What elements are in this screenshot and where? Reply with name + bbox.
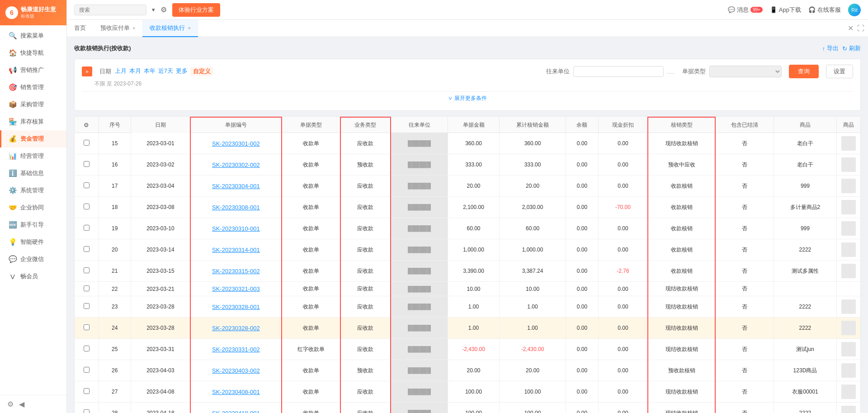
cell-discount: 0.00 [598, 133, 648, 154]
row-checkbox[interactable] [84, 225, 90, 231]
query-button[interactable]: 查询 [789, 65, 819, 78]
logo-subtitle: 标推版 [21, 13, 56, 19]
row-checkbox[interactable] [84, 409, 90, 413]
message-item[interactable]: 💬 消息 99+ [728, 6, 763, 14]
bill-no-link[interactable]: SK-20230310-001 [212, 225, 260, 232]
cell-checkbox[interactable] [75, 154, 99, 176]
fullscreen-icon[interactable]: ⛶ [857, 24, 864, 33]
row-checkbox[interactable] [84, 161, 90, 167]
filter-date-link-更多[interactable]: 更多 [176, 67, 188, 76]
bill-no-link[interactable]: SK-20230408-001 [212, 389, 260, 395]
bill-no-link[interactable]: SK-20230328-001 [212, 304, 260, 310]
cell-included: 否 [715, 403, 774, 413]
tab-receipts[interactable]: 收款核销执行× [142, 20, 198, 37]
row-checkbox[interactable] [84, 324, 90, 330]
bill-no-link[interactable]: SK-20230302-002 [212, 161, 260, 168]
sidebar-item-quicknav[interactable]: 🏠 快捷导航 [0, 44, 66, 62]
bill-no-link[interactable]: SK-20230304-001 [212, 183, 260, 190]
export-button[interactable]: ↑ 导出 [822, 44, 839, 52]
solution-button[interactable]: 体验行业方案 [172, 3, 220, 17]
cell-checkbox[interactable] [75, 239, 99, 261]
bill-no-link[interactable]: SK-20230308-001 [212, 204, 260, 211]
cell-checkbox[interactable] [75, 218, 99, 239]
app-download-item[interactable]: 📱 App下载 [770, 6, 801, 14]
service-item[interactable]: 🎧 在线客服 [808, 6, 841, 14]
cell-checkbox[interactable] [75, 381, 99, 403]
row-checkbox[interactable] [84, 140, 90, 146]
row-checkbox[interactable] [84, 246, 90, 252]
bill-no-link[interactable]: SK-20230418-001 [212, 410, 260, 413]
filter-date-link-近7天[interactable]: 近7天 [158, 67, 173, 76]
cell-checkbox[interactable] [75, 403, 99, 413]
cell-checkbox[interactable] [75, 318, 99, 339]
cell-included: 否 [715, 296, 774, 318]
filter-date-link-本月[interactable]: 本月 [129, 67, 141, 76]
sidebar-item-marketing[interactable]: 📢 营销推广 [0, 62, 66, 79]
sidebar-item-system[interactable]: ⚙️ 系统管理 [0, 182, 66, 199]
filter-expand-btn[interactable]: » [82, 66, 92, 76]
filter-date-link-自定义[interactable]: 自定义 [190, 67, 213, 76]
sidebar-item-purchase[interactable]: 📦 采购管理 [0, 96, 66, 113]
table-row: 28 2023-04-18 SK-20230418-001 收款单 应收款 ██… [75, 403, 860, 413]
bill-no-link[interactable]: SK-20230321-003 [212, 285, 260, 292]
tab-home[interactable]: 首页 [67, 20, 93, 37]
refresh-button[interactable]: ↻ 刷新 [842, 44, 861, 52]
user-avatar[interactable]: Rit [848, 4, 861, 16]
row-checkbox[interactable] [84, 367, 90, 373]
cell-balance: 0.00 [566, 381, 598, 403]
topbar-search-input[interactable] [74, 5, 146, 15]
cell-checkbox[interactable] [75, 176, 99, 197]
cell-included: 否 [715, 261, 774, 282]
sidebar-item-wechat[interactable]: 💬 企业微信 [0, 251, 66, 268]
row-checkbox[interactable] [84, 388, 90, 394]
filter-date-link-上月[interactable]: 上月 [115, 67, 127, 76]
tab-advance[interactable]: 预收应付单× [93, 20, 142, 37]
filter-date-link-本年[interactable]: 本年 [144, 67, 156, 76]
row-checkbox[interactable] [84, 182, 90, 188]
table-gear-icon[interactable]: ⚙ [84, 122, 89, 128]
setting-button[interactable]: 设置 [826, 65, 853, 78]
row-checkbox[interactable] [84, 267, 90, 273]
sidebar-item-operation[interactable]: 📊 经营管理 [0, 147, 66, 165]
row-checkbox[interactable] [84, 346, 90, 351]
row-checkbox[interactable] [84, 285, 90, 291]
bill-no-link[interactable]: SK-20230403-002 [212, 367, 260, 374]
cell-checkbox[interactable] [75, 261, 99, 282]
sidebar-item-inventory[interactable]: 🏪 库存核算 [0, 113, 66, 130]
tab-close-advance[interactable]: × [132, 25, 135, 31]
bill-no-link[interactable]: SK-20230328-002 [212, 325, 260, 332]
cell-checkbox[interactable] [75, 197, 99, 218]
topbar-dropdown-arrow[interactable]: ▾ [152, 6, 155, 13]
filter-partner-input[interactable] [573, 66, 664, 77]
row-checkbox[interactable] [84, 204, 90, 209]
cell-checkbox[interactable] [75, 360, 99, 381]
filter-billtype-select[interactable] [709, 66, 782, 77]
cell-included: 否 [715, 239, 774, 261]
sidebar-item-enterprise[interactable]: 🤝 企业协同 [0, 199, 66, 216]
table-body: 15 2023-03-01 SK-20230301-002 收款单 应收款 ██… [75, 133, 860, 413]
sidebar-item-guide[interactable]: 🆕 新手引导 [0, 216, 66, 233]
sidebar-item-sales[interactable]: 🎯 销售管理 [0, 79, 66, 96]
bill-no-link[interactable]: SK-20230301-002 [212, 140, 260, 147]
sidebar-item-hardware[interactable]: 💡 智能硬件 [0, 233, 66, 251]
topbar-gear-icon[interactable]: ⚙ [160, 5, 167, 14]
cell-checkbox[interactable] [75, 133, 99, 154]
close-tab-icon[interactable]: ✕ [848, 24, 854, 33]
cell-checkbox[interactable] [75, 339, 99, 360]
bill-no-link[interactable]: SK-20230331-002 [212, 346, 260, 353]
cell-amount: 100.00 [448, 381, 500, 403]
bill-no-link[interactable]: SK-20230314-001 [212, 247, 260, 253]
settings-icon[interactable]: ⚙ [7, 400, 14, 408]
cell-checkbox[interactable] [75, 282, 99, 296]
row-checkbox[interactable] [84, 303, 90, 309]
sidebar-item-basic[interactable]: ℹ️ 基础信息 [0, 165, 66, 182]
sidebar-item-member[interactable]: V 畅会员 [0, 268, 66, 285]
cell-checkbox[interactable] [75, 296, 99, 318]
bill-no-link[interactable]: SK-20230315-002 [212, 268, 260, 275]
sidebar-item-finance[interactable]: 💰 资金管理 [0, 130, 66, 147]
sidebar-item-search[interactable]: 🔍 搜索菜单 [0, 27, 66, 44]
tab-close-receipts[interactable]: × [188, 25, 190, 31]
col-gear[interactable]: ⚙ [75, 117, 99, 133]
collapse-icon[interactable]: ◀ [19, 400, 24, 408]
expand-bar[interactable]: ∨ 展开更多条件 [82, 91, 853, 105]
